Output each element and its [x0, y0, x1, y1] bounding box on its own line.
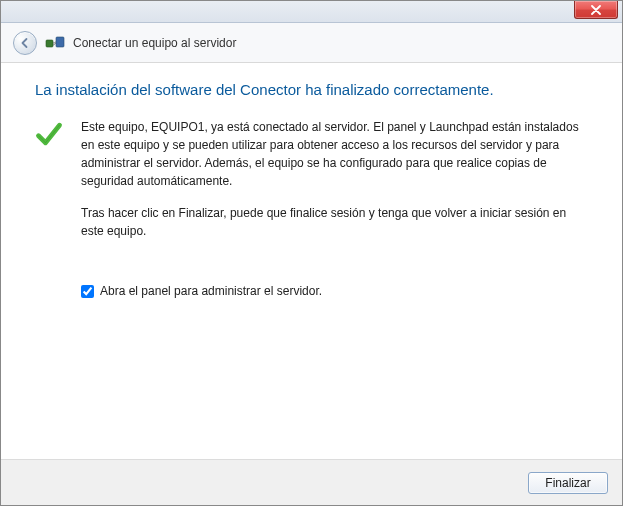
- footer: Finalizar: [1, 459, 622, 505]
- open-panel-checkbox-row[interactable]: Abra el panel para administrar el servid…: [81, 284, 588, 298]
- close-icon: [591, 5, 601, 15]
- finish-button[interactable]: Finalizar: [528, 472, 608, 494]
- page-heading: La instalación del software del Conector…: [35, 81, 588, 98]
- svg-rect-0: [46, 40, 53, 47]
- success-check-icon: [35, 120, 63, 152]
- connector-app-icon: [45, 35, 65, 51]
- svg-rect-1: [56, 37, 64, 47]
- back-button[interactable]: [13, 31, 37, 55]
- open-panel-checkbox-label: Abra el panel para administrar el servid…: [100, 284, 322, 298]
- body-text: Este equipo, EQUIPO1, ya está conectado …: [81, 118, 588, 254]
- paragraph-1: Este equipo, EQUIPO1, ya está conectado …: [81, 118, 588, 190]
- paragraph-2: Tras hacer clic en Finalizar, puede que …: [81, 204, 588, 240]
- wizard-title: Conectar un equipo al servidor: [73, 36, 236, 50]
- content-area: La instalación del software del Conector…: [1, 63, 622, 459]
- close-button[interactable]: [574, 1, 618, 19]
- open-panel-checkbox[interactable]: [81, 285, 94, 298]
- body-row: Este equipo, EQUIPO1, ya está conectado …: [35, 118, 588, 254]
- wizard-header: Conectar un equipo al servidor: [1, 23, 622, 63]
- arrow-left-icon: [19, 37, 31, 49]
- titlebar: [1, 1, 622, 23]
